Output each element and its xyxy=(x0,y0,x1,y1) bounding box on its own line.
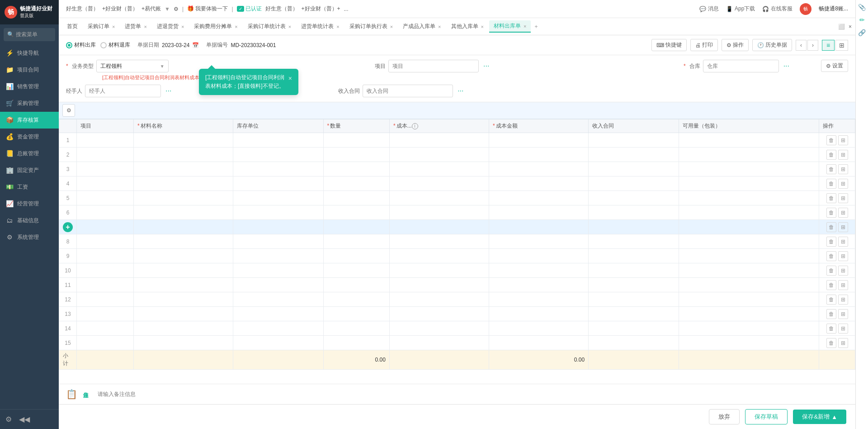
table-settings-btn[interactable]: ⚙ xyxy=(62,104,75,117)
right-paperclip-icon[interactable]: 📎 xyxy=(857,2,868,13)
row-6-copy-btn[interactable]: ⊞ xyxy=(838,208,848,218)
username[interactable]: 畅捷通8账... xyxy=(819,5,848,13)
settings-bottom-icon[interactable]: ⚙ xyxy=(4,413,14,425)
sidebar-item-inventory[interactable]: 📦 库存核算 xyxy=(0,112,59,129)
save-draft-btn[interactable]: 保存草稿 xyxy=(745,409,788,424)
row-7-copy-btn[interactable]: ⊞ xyxy=(838,222,848,232)
handler-dots-btn[interactable]: ··· xyxy=(164,87,173,95)
add-row-btn[interactable]: + xyxy=(63,222,73,232)
row-11-copy-btn[interactable]: ⊞ xyxy=(838,280,848,290)
row-1-delete-btn[interactable]: 🗑 xyxy=(826,135,836,145)
tab-close-goods-return[interactable]: × xyxy=(181,24,184,29)
row-1-qty[interactable] xyxy=(323,133,389,148)
message-btn[interactable]: 💬 消息 xyxy=(699,5,719,13)
tab-goods-return[interactable]: 进退货货 × xyxy=(152,21,189,32)
sidebar-item-basic[interactable]: 🗂 基础信息 xyxy=(0,212,59,229)
notes-input[interactable] xyxy=(96,388,848,400)
operation-btn[interactable]: ⚙ 操作 xyxy=(722,39,749,51)
row-12-copy-btn[interactable]: ⊞ xyxy=(838,295,848,305)
row-1-cost-amount[interactable] xyxy=(489,133,589,148)
sidebar-item-assets[interactable]: 🏢 固定资产 xyxy=(0,162,59,179)
header-link-haoyecai[interactable]: +好业财（普） xyxy=(102,5,138,13)
row-1-income-contract[interactable] xyxy=(589,133,679,148)
sidebar-item-operations[interactable]: 📈 经营管理 xyxy=(0,195,59,212)
right-edit-icon[interactable]: ✏ xyxy=(857,14,868,25)
row-1-project[interactable] xyxy=(77,133,134,148)
print-btn[interactable]: 🖨 打印 xyxy=(690,39,718,51)
table-wrapper[interactable]: 项目 *材料名称 库存单位 *数量 *成本...i *成本金额 收入合同 可用量… xyxy=(59,119,855,384)
row-1-available[interactable] xyxy=(679,133,819,148)
project-dots-btn[interactable]: ··· xyxy=(481,62,491,70)
quick-key-btn[interactable]: ⌨ 快捷键 xyxy=(651,39,687,51)
collapse-icon[interactable]: ◀◀ xyxy=(17,413,32,425)
project-input[interactable] xyxy=(388,60,479,72)
radio-material-return[interactable]: 材料退库 xyxy=(100,41,130,49)
tab-close-purchase-expense[interactable]: × xyxy=(235,24,237,29)
sidebar-item-shortcut[interactable]: ⚡ 快捷导航 xyxy=(0,45,59,62)
tab-purchase-order[interactable]: 采购订单 × xyxy=(83,21,119,32)
search-menu-button[interactable]: 🔍 搜索菜单 xyxy=(4,28,55,41)
row-10-copy-btn[interactable]: ⊞ xyxy=(838,266,848,276)
tab-home[interactable]: 首页 xyxy=(62,21,82,32)
tab-close-goods-stats[interactable]: × xyxy=(336,24,339,29)
tab-close-other-receipt[interactable]: × xyxy=(481,24,484,29)
sidebar-item-finance[interactable]: 💰 资金管理 xyxy=(0,129,59,145)
sidebar-item-salary[interactable]: 💵 工资 xyxy=(0,179,59,195)
row-4-delete-btn[interactable]: 🗑 xyxy=(826,179,836,189)
tab-other-receipt[interactable]: 其他入库单 × xyxy=(447,21,488,32)
tab-close-purchase-exec[interactable]: × xyxy=(390,24,393,29)
row-14-delete-btn[interactable]: 🗑 xyxy=(826,324,836,334)
row-14-copy-btn[interactable]: ⊞ xyxy=(838,324,848,334)
income-contract-dots-btn[interactable]: ··· xyxy=(456,87,465,95)
online-service-btn[interactable]: 🎧 在线客服 xyxy=(762,5,793,13)
business-type-select[interactable]: 工程领料 ▼ xyxy=(96,60,169,72)
sidebar-item-system[interactable]: ⚙ 系统管理 xyxy=(0,229,59,246)
row-5-delete-btn[interactable]: 🗑 xyxy=(826,193,836,203)
trial-link[interactable]: 🎁 我要体验一下 xyxy=(187,5,228,13)
settings-icon[interactable]: ⚙ xyxy=(174,6,179,12)
grid-view-btn[interactable]: ⊞ xyxy=(835,40,848,51)
calendar-icon[interactable]: 📅 xyxy=(192,42,199,48)
save-new-btn[interactable]: 保存&新增 ▲ xyxy=(793,410,846,424)
sidebar-item-ledger[interactable]: 📒 总账管理 xyxy=(0,145,59,162)
tab-purchase-exec[interactable]: 采购订单执行表 × xyxy=(345,21,397,32)
doc-settings-btn[interactable]: ⚙ 设置 xyxy=(821,60,848,72)
tab-finished-goods[interactable]: 产成品入库单 × xyxy=(398,21,445,32)
tab-goods-stats[interactable]: 进货单统计表 × xyxy=(297,21,344,32)
row-2-delete-btn[interactable]: 🗑 xyxy=(826,150,836,160)
row-6-delete-btn[interactable]: 🗑 xyxy=(826,208,836,218)
tab-close-btn[interactable]: × xyxy=(849,24,852,30)
next-doc-btn[interactable]: › xyxy=(807,40,818,51)
tab-purchase-expense[interactable]: 采购费用分摊单 × xyxy=(189,21,242,32)
row-9-delete-btn[interactable]: 🗑 xyxy=(826,251,836,261)
abandon-btn[interactable]: 放弃 xyxy=(709,409,740,424)
row-7-delete-btn[interactable]: 🗑 xyxy=(826,222,836,232)
sidebar-item-purchase[interactable]: 🛒 采购管理 xyxy=(0,95,59,112)
right-link-2[interactable]: +好业财（普）+ xyxy=(302,5,340,13)
row-15-delete-btn[interactable]: 🗑 xyxy=(826,338,836,348)
income-contract-input[interactable] xyxy=(363,85,453,97)
tab-close-goods-receipt[interactable]: × xyxy=(144,24,146,29)
row-13-copy-btn[interactable]: ⊞ xyxy=(838,309,848,319)
tab-close-finished-goods[interactable]: × xyxy=(438,24,441,29)
header-dropdown-arrow[interactable]: ▼ xyxy=(165,6,170,12)
row-9-copy-btn[interactable]: ⊞ xyxy=(838,251,848,261)
warehouse-input[interactable] xyxy=(703,60,779,72)
tooltip-close-btn[interactable]: × xyxy=(288,73,292,83)
row-8-copy-btn[interactable]: ⊞ xyxy=(838,237,848,247)
row-1-unit[interactable] xyxy=(233,133,323,148)
tab-maximize-btn[interactable]: ⬜ xyxy=(838,24,845,30)
sidebar-item-sales[interactable]: 📊 销售管理 xyxy=(0,78,59,95)
certified-badge[interactable]: ✓ 已认证 xyxy=(237,5,262,13)
header-link-haoshengyi[interactable]: 好生意（普） xyxy=(66,5,99,13)
row-4-copy-btn[interactable]: ⊞ xyxy=(838,179,848,189)
row-15-copy-btn[interactable]: ⊞ xyxy=(838,338,848,348)
warehouse-dots-btn[interactable]: ··· xyxy=(782,62,791,70)
history-btn[interactable]: 🕐 历史单据 xyxy=(752,39,792,51)
tab-purchase-stats[interactable]: 采购订单统计表 × xyxy=(243,21,296,32)
row-1-cost[interactable] xyxy=(389,133,489,148)
row-13-delete-btn[interactable]: 🗑 xyxy=(826,309,836,319)
more-link[interactable]: ... xyxy=(344,6,349,12)
tab-close-material-issue[interactable]: × xyxy=(524,24,526,29)
radio-material-issue[interactable]: 材料出库 xyxy=(66,41,96,49)
